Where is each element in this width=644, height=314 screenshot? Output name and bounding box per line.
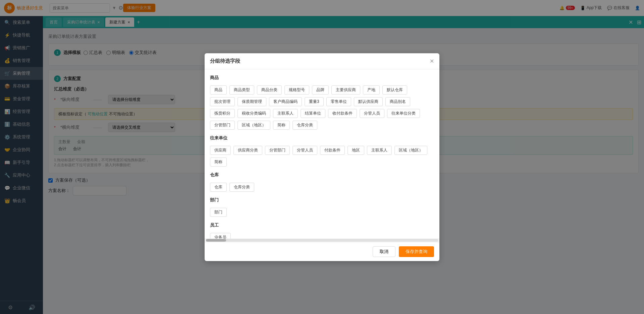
field-chip[interactable]: 仓库 (210, 183, 227, 192)
field-chip[interactable]: 客户商品编码 (269, 97, 302, 106)
field-chip[interactable]: 保质期管理 (237, 97, 266, 106)
field-chip[interactable]: 供应商 (210, 146, 231, 155)
modal-overlay: 分组待选字段 ✕ 商品商品商品类型商品分类规格型号品牌主要供应商产地默认仓库批次… (0, 0, 644, 314)
field-chip[interactable]: 产地 (363, 85, 380, 95)
field-chip[interactable]: 商品 (210, 85, 227, 95)
field-chip[interactable]: 品牌 (312, 85, 329, 95)
field-chip[interactable]: 部门 (210, 208, 227, 217)
field-chip[interactable]: 区域（地区） (237, 121, 270, 130)
section-label-partner: 往来单位 (210, 135, 434, 142)
field-chip[interactable]: 往来单位分类 (387, 109, 420, 118)
field-chip[interactable]: 仓库分类 (229, 183, 254, 192)
field-chip[interactable]: 主联系人 (367, 146, 392, 155)
field-grid-partner: 供应商供应商分类分管部门分管人员付款条件地区主联系人区域（地区）简称 (210, 146, 434, 167)
field-chip[interactable]: 供应商分类 (233, 146, 262, 155)
field-grid-product: 商品商品类型商品分类规格型号品牌主要供应商产地默认仓库批次管理保质期管理客户商品… (210, 85, 434, 130)
cancel-button[interactable]: 取消 (373, 246, 395, 257)
field-chip[interactable]: 拣货积分 (210, 109, 235, 118)
field-chip[interactable]: 默认供应商 (354, 97, 383, 106)
field-chip[interactable]: 分管部门 (265, 146, 290, 155)
field-chip[interactable]: 主联系人 (273, 109, 298, 118)
field-chip[interactable]: 结算单位 (301, 109, 325, 118)
section-department: 部门部门 (210, 197, 434, 217)
modal-footer: 取消 保存并查询 (205, 242, 439, 261)
section-label-warehouse: 仓库 (210, 172, 434, 179)
field-grid-department: 部门 (210, 208, 434, 217)
field-chip[interactable]: 区域（地区） (394, 146, 427, 155)
field-chip[interactable]: 分管人员 (360, 109, 384, 118)
field-chip[interactable]: 零售单位 (326, 97, 351, 106)
field-chip[interactable]: 付款条件 (320, 146, 345, 155)
field-chip[interactable]: 商品别名 (385, 97, 410, 106)
field-chip[interactable]: 规格型号 (284, 85, 309, 95)
field-chip[interactable]: 商品分类 (257, 85, 282, 95)
save-query-button[interactable]: 保存并查询 (399, 246, 434, 257)
field-select-modal: 分组待选字段 ✕ 商品商品商品类型商品分类规格型号品牌主要供应商产地默认仓库批次… (205, 53, 439, 261)
field-chip[interactable]: 地区 (347, 146, 364, 155)
field-chip[interactable]: 分管人员 (292, 146, 317, 155)
section-warehouse: 仓库仓库仓库分类 (210, 172, 434, 192)
field-chip[interactable]: 重量3 (305, 97, 324, 106)
section-label-department: 部门 (210, 197, 434, 204)
modal-title: 分组待选字段 (210, 58, 240, 64)
section-employee: 员工业务员 (210, 222, 434, 239)
modal-body: 商品商品商品类型商品分类规格型号品牌主要供应商产地默认仓库批次管理保质期管理客户… (205, 69, 439, 239)
section-label-product: 商品 (210, 75, 434, 82)
field-chip[interactable]: 税收分类编码 (237, 109, 270, 118)
modal-close-btn[interactable]: ✕ (430, 58, 434, 64)
field-chip[interactable]: 简称 (210, 158, 227, 167)
modal-header: 分组待选字段 ✕ (205, 53, 439, 69)
modal-horizontal-scroll[interactable] (205, 239, 439, 242)
field-grid-warehouse: 仓库仓库分类 (210, 183, 434, 192)
section-label-employee: 员工 (210, 222, 434, 230)
field-chip[interactable]: 仓库分类 (292, 121, 317, 130)
field-chip[interactable]: 主要供应商 (331, 85, 360, 95)
field-grid-employee: 业务员 (210, 233, 434, 239)
field-chip[interactable]: 批次管理 (210, 97, 235, 106)
field-chip[interactable]: 简称 (273, 121, 290, 130)
field-chip[interactable]: 商品类型 (229, 85, 254, 95)
field-chip[interactable]: 默认仓库 (382, 85, 407, 95)
section-product: 商品商品商品类型商品分类规格型号品牌主要供应商产地默认仓库批次管理保质期管理客户… (210, 75, 434, 130)
field-chip[interactable]: 分管部门 (210, 121, 235, 130)
field-chip[interactable]: 业务员 (210, 233, 231, 239)
field-chip[interactable]: 收付款条件 (328, 109, 357, 118)
section-partner: 往来单位供应商供应商分类分管部门分管人员付款条件地区主联系人区域（地区）简称 (210, 135, 434, 167)
